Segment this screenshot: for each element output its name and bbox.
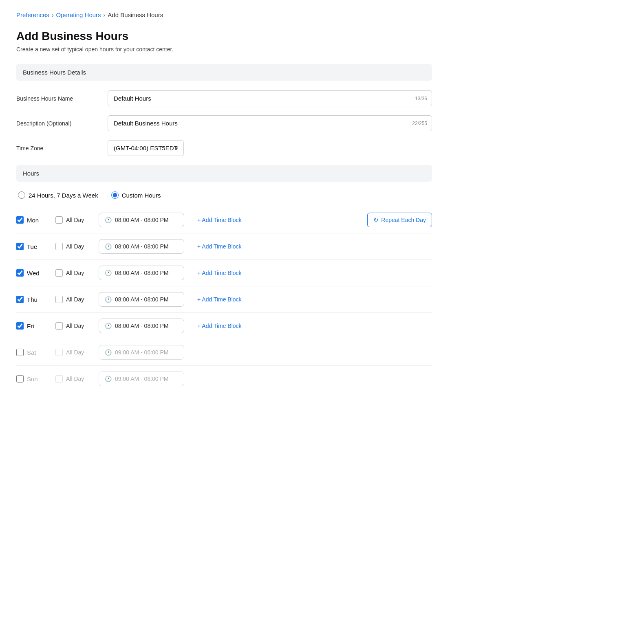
form-row-timezone: Time Zone (GMT-04:00) EST5EDT ▾ — [16, 140, 432, 156]
section-details-header: Business Hours Details — [16, 64, 432, 81]
time-range-fri[interactable]: 🕐 08:00 AM - 08:00 PM — [99, 319, 184, 333]
time-range-sun: 🕐 09:00 AM - 06:00 PM — [99, 371, 184, 386]
allday-wrapper-wed: All Day — [55, 269, 92, 277]
day-checkbox-wrapper-sun: Sun — [16, 375, 49, 382]
time-range-text-wed: 08:00 AM - 08:00 PM — [115, 270, 169, 276]
radio-24h-label: 24 Hours, 7 Days a Week — [29, 192, 98, 199]
page-title: Add Business Hours — [16, 30, 432, 43]
allday-label-fri: All Day — [66, 323, 84, 329]
add-time-block-thu[interactable]: + Add Time Block — [197, 296, 242, 303]
add-time-block-wed[interactable]: + Add Time Block — [197, 270, 242, 276]
form-row-name: Business Hours Name 13/36 — [16, 90, 432, 106]
allday-checkbox-tue[interactable] — [55, 243, 63, 250]
day-row-mon: Mon All Day 🕐 08:00 AM - 08:00 PM + Add … — [16, 207, 432, 233]
day-label-sat: Sat — [27, 349, 36, 356]
add-time-block-mon[interactable]: + Add Time Block — [197, 217, 242, 223]
clock-icon-sun: 🕐 — [105, 376, 112, 382]
day-row-tue: Tue All Day 🕐 08:00 AM - 08:00 PM + Add … — [16, 233, 432, 260]
breadcrumb-current: Add Business Hours — [108, 11, 163, 18]
breadcrumb-preferences[interactable]: Preferences — [16, 11, 49, 18]
name-label: Business Hours Name — [16, 95, 98, 102]
allday-wrapper-sat: All Day — [55, 349, 92, 356]
day-checkbox-wed[interactable] — [16, 269, 24, 277]
day-checkbox-sat[interactable] — [16, 349, 24, 356]
day-checkbox-mon[interactable] — [16, 216, 24, 224]
allday-checkbox-wed[interactable] — [55, 269, 63, 277]
day-label-fri: Fri — [27, 323, 34, 330]
allday-wrapper-mon: All Day — [55, 216, 92, 224]
radio-custom-input[interactable] — [111, 191, 119, 199]
repeat-each-day-label: Repeat Each Day — [381, 217, 426, 223]
day-checkbox-thu[interactable] — [16, 296, 24, 303]
allday-label-mon: All Day — [66, 217, 84, 223]
allday-label-wed: All Day — [66, 270, 84, 276]
time-range-mon[interactable]: 🕐 08:00 AM - 08:00 PM — [99, 213, 184, 227]
section-hours-header: Hours — [16, 165, 432, 182]
desc-label: Description (Optional) — [16, 120, 98, 127]
clock-icon-thu: 🕐 — [105, 296, 112, 303]
day-label-tue: Tue — [27, 243, 37, 250]
radio-custom-label: Custom Hours — [122, 192, 161, 199]
allday-wrapper-fri: All Day — [55, 322, 92, 330]
day-checkbox-sun[interactable] — [16, 375, 24, 382]
time-range-text-tue: 08:00 AM - 08:00 PM — [115, 243, 169, 250]
time-range-text-fri: 08:00 AM - 08:00 PM — [115, 323, 169, 329]
day-checkbox-wrapper-mon: Mon — [16, 216, 49, 224]
day-checkbox-wrapper-fri: Fri — [16, 322, 49, 330]
allday-checkbox-fri[interactable] — [55, 322, 63, 330]
repeat-each-day-button[interactable]: ↻ Repeat Each Day — [367, 213, 432, 227]
breadcrumb: Preferences › Operating Hours › Add Busi… — [16, 11, 432, 18]
name-char-count: 13/36 — [415, 96, 427, 101]
day-row-sun: Sun All Day 🕐 09:00 AM - 06:00 PM + Add … — [16, 366, 432, 392]
time-range-wed[interactable]: 🕐 08:00 AM - 08:00 PM — [99, 266, 184, 280]
allday-label-tue: All Day — [66, 243, 84, 250]
day-checkbox-wrapper-thu: Thu — [16, 296, 49, 303]
form-row-desc: Description (Optional) 22/255 — [16, 115, 432, 131]
timezone-select[interactable]: (GMT-04:00) EST5EDT — [108, 140, 184, 156]
day-row-fri: Fri All Day 🕐 08:00 AM - 08:00 PM + Add … — [16, 313, 432, 339]
clock-icon-fri: 🕐 — [105, 323, 112, 329]
day-checkbox-wrapper-tue: Tue — [16, 243, 49, 250]
radio-24h-option[interactable]: 24 Hours, 7 Days a Week — [18, 191, 98, 199]
add-time-block-tue[interactable]: + Add Time Block — [197, 243, 242, 250]
desc-input-wrapper: 22/255 — [108, 115, 432, 131]
name-input[interactable] — [108, 90, 432, 106]
day-label-wed: Wed — [27, 270, 40, 277]
repeat-icon: ↻ — [373, 216, 379, 224]
allday-checkbox-sat[interactable] — [55, 349, 63, 356]
time-range-text-sun: 09:00 AM - 06:00 PM — [115, 376, 169, 382]
allday-checkbox-thu[interactable] — [55, 296, 63, 303]
allday-checkbox-sun[interactable] — [55, 375, 63, 382]
time-range-tue[interactable]: 🕐 08:00 AM - 08:00 PM — [99, 239, 184, 254]
allday-label-thu: All Day — [66, 296, 84, 303]
name-input-wrapper: 13/36 — [108, 90, 432, 106]
day-checkbox-wrapper-wed: Wed — [16, 269, 49, 277]
day-label-mon: Mon — [27, 217, 39, 224]
clock-icon-sat: 🕐 — [105, 349, 112, 356]
day-checkbox-tue[interactable] — [16, 243, 24, 250]
breadcrumb-sep-1: › — [52, 12, 54, 18]
allday-wrapper-sun: All Day — [55, 375, 92, 382]
clock-icon-tue: 🕐 — [105, 243, 112, 250]
day-checkbox-fri[interactable] — [16, 322, 24, 330]
allday-label-sun: All Day — [66, 376, 84, 382]
days-container: Mon All Day 🕐 08:00 AM - 08:00 PM + Add … — [16, 207, 432, 392]
clock-icon-wed: 🕐 — [105, 270, 112, 276]
day-row-wed: Wed All Day 🕐 08:00 AM - 08:00 PM + Add … — [16, 260, 432, 286]
time-range-sat: 🕐 09:00 AM - 06:00 PM — [99, 345, 184, 360]
desc-input[interactable] — [108, 115, 432, 131]
day-label-thu: Thu — [27, 296, 37, 303]
allday-wrapper-tue: All Day — [55, 243, 92, 250]
radio-24h-input[interactable] — [18, 191, 25, 199]
day-checkbox-wrapper-sat: Sat — [16, 349, 49, 356]
timezone-select-wrapper: (GMT-04:00) EST5EDT ▾ — [108, 140, 184, 156]
radio-custom-option[interactable]: Custom Hours — [111, 191, 161, 199]
time-range-thu[interactable]: 🕐 08:00 AM - 08:00 PM — [99, 292, 184, 307]
add-time-block-fri[interactable]: + Add Time Block — [197, 323, 242, 329]
breadcrumb-operating-hours[interactable]: Operating Hours — [56, 11, 101, 18]
radio-group: 24 Hours, 7 Days a Week Custom Hours — [18, 191, 432, 199]
time-range-text-sat: 09:00 AM - 06:00 PM — [115, 349, 169, 356]
day-row-sat: Sat All Day 🕐 09:00 AM - 06:00 PM + Add … — [16, 339, 432, 366]
page-subtitle: Create a new set of typical open hours f… — [16, 46, 432, 53]
allday-checkbox-mon[interactable] — [55, 216, 63, 224]
